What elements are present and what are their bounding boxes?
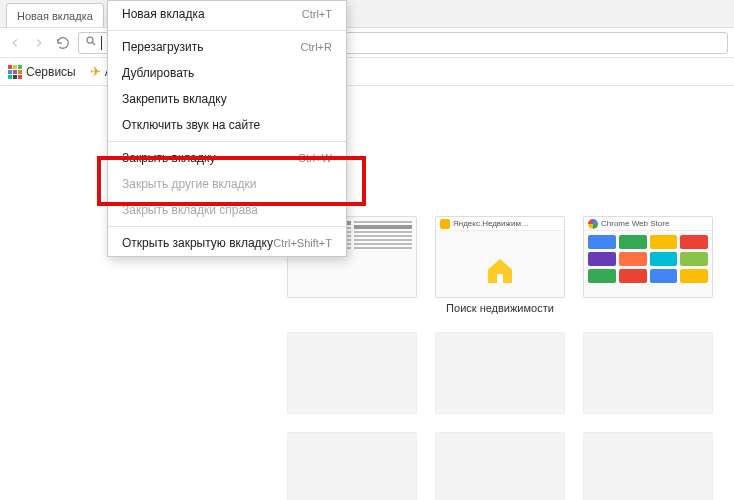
tile-empty-3[interactable] [583, 332, 713, 414]
tile-2[interactable]: Яндекс.Недвижим… Поиск недвижимости [435, 216, 565, 314]
tile-3-header-label: Chrome Web Store [601, 219, 669, 228]
context-menu-item-label: Отключить звук на сайте [122, 118, 260, 132]
active-tab[interactable]: Новая вкладка [6, 3, 104, 27]
tile-2-header-label: Яндекс.Недвижим… [453, 219, 529, 228]
reload-button[interactable] [54, 34, 72, 52]
chrome-webstore-icon [588, 219, 598, 229]
tile-2-subtitle: Поиск недвижимости [435, 302, 565, 314]
bookmarks-apps[interactable]: Сервисы [8, 65, 76, 79]
yandex-realty-icon [440, 219, 450, 229]
context-menu-item-label: Закрыть другие вкладки [122, 177, 257, 191]
tile-2-thumb: Яндекс.Недвижим… [435, 216, 565, 298]
context-menu-item-label: Новая вкладка [122, 7, 205, 21]
context-menu-item-label: Перезагрузить [122, 40, 203, 54]
back-button[interactable] [6, 34, 24, 52]
tab-context-menu: Новая вкладкаCtrl+TПерезагрузитьCtrl+RДу… [107, 0, 347, 257]
context-menu-item-label: Закрыть вкладки справа [122, 203, 258, 217]
tile-empty-5[interactable] [435, 432, 565, 500]
tile-empty-2[interactable] [435, 332, 565, 414]
context-menu-item: Закрыть вкладки справа [108, 197, 346, 223]
tile-empty-4[interactable] [287, 432, 417, 500]
bookmarks-apps-label: Сервисы [26, 65, 76, 79]
context-menu-separator [108, 30, 346, 31]
omnibox-caret [101, 36, 102, 50]
context-menu-item-shortcut: Ctrl+Shift+T [273, 237, 332, 249]
context-menu-item-shortcut: Ctrl+T [302, 8, 332, 20]
tile-3-thumb: Chrome Web Store [583, 216, 713, 298]
context-menu-item[interactable]: Отключить звук на сайте [108, 112, 346, 138]
search-icon [85, 35, 97, 50]
context-menu-item[interactable]: Закрепить вкладку [108, 86, 346, 112]
context-menu-item-label: Закрепить вкладку [122, 92, 227, 106]
tile-empty-1[interactable] [287, 332, 417, 414]
context-menu-item-label: Открыть закрытую вкладку [122, 236, 273, 250]
context-menu-item[interactable]: Дублировать [108, 60, 346, 86]
plane-icon: ✈ [90, 64, 101, 79]
context-menu-item[interactable]: ПерезагрузитьCtrl+R [108, 34, 346, 60]
context-menu-item-shortcut: Ctrl+R [301, 41, 332, 53]
context-menu-separator [108, 141, 346, 142]
house-icon [482, 253, 518, 289]
tile-empty-6[interactable] [583, 432, 713, 500]
tab-title: Новая вкладка [17, 10, 93, 22]
context-menu-item-label: Дублировать [122, 66, 194, 80]
tile-3[interactable]: Chrome Web Store [583, 216, 713, 314]
context-menu-item-label: Закрыть вкладку [122, 151, 215, 165]
context-menu-item: Закрыть другие вкладки [108, 171, 346, 197]
context-menu-item[interactable]: Открыть закрытую вкладкуCtrl+Shift+T [108, 230, 346, 256]
apps-icon [8, 65, 22, 79]
svg-point-0 [87, 37, 93, 43]
forward-button[interactable] [30, 34, 48, 52]
context-menu-separator [108, 226, 346, 227]
context-menu-item[interactable]: Новая вкладкаCtrl+T [108, 1, 346, 27]
context-menu-item[interactable]: Закрыть вкладкуCtrl+W [108, 145, 346, 171]
context-menu-item-shortcut: Ctrl+W [298, 152, 332, 164]
